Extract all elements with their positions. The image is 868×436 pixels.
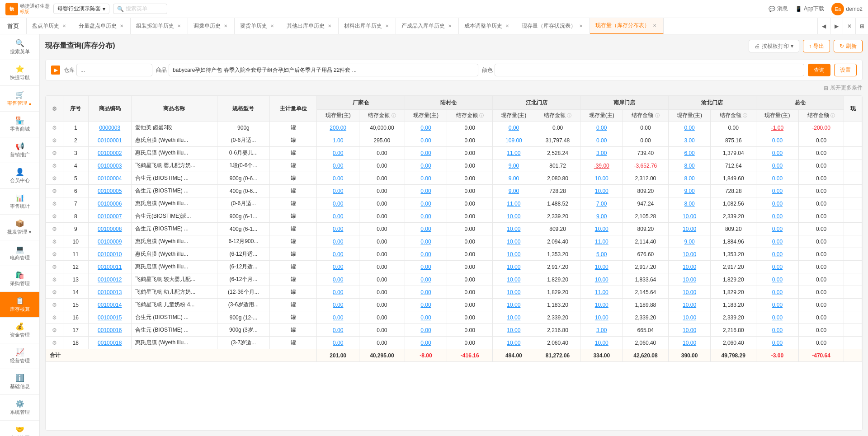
row-na-qty[interactable]: 10.00 [580, 299, 623, 311]
row-l-qty[interactable]: 0.00 [405, 235, 447, 248]
row-total-qty[interactable]: 0.00 [756, 210, 799, 223]
row-na-qty[interactable]: 10.00 [580, 311, 623, 324]
sidebar-item-retail-stats[interactable]: 📊 零售统计 [0, 189, 39, 215]
row-jb-qty[interactable]: 10.00 [493, 311, 535, 324]
row-l-qty[interactable]: 0.00 [405, 147, 447, 159]
message-btn[interactable]: 💬 消息 [769, 5, 788, 13]
row-code[interactable]: 00100012 [88, 273, 131, 286]
row-na-qty[interactable]: 7.00 [580, 197, 623, 210]
tab-split-check[interactable]: 分量盘点单历史 ✕ [73, 18, 131, 34]
row-jb-qty[interactable]: 10.00 [493, 286, 535, 299]
row-yb-qty[interactable]: 0.00 [668, 122, 711, 134]
row-code[interactable]: 00100009 [88, 235, 131, 248]
row-l-qty[interactable]: 0.00 [405, 311, 447, 324]
row-yb-qty[interactable]: 8.00 [668, 197, 711, 210]
row-gear[interactable]: ⚙ [46, 324, 63, 337]
info-icon-6[interactable]: ⓘ [830, 113, 835, 118]
row-jb-qty[interactable]: 10.00 [493, 299, 535, 311]
row-total-qty[interactable]: 0.00 [756, 185, 799, 197]
sidebar-item-purchase[interactable]: 🛍️ 采购管理 [0, 266, 39, 292]
row-l-qty[interactable]: 0.00 [405, 159, 447, 172]
row-total-qty[interactable]: 0.00 [756, 337, 799, 349]
row-l-qty[interactable]: 0.00 [405, 197, 447, 210]
row-total-qty[interactable]: 0.00 [756, 147, 799, 159]
row-total-qty[interactable]: 0.00 [756, 261, 799, 273]
row-jb-qty[interactable]: 10.00 [493, 235, 535, 248]
row-code[interactable]: 00100015 [88, 311, 131, 324]
tab-next-btn[interactable]: ▶ [830, 18, 843, 34]
expand-btn[interactable]: ⊞ 展开更多条件 [824, 84, 863, 92]
row-l-qty[interactable]: 0.00 [405, 248, 447, 261]
sidebar-item-marketing[interactable]: 📢 营销推广 [0, 137, 39, 163]
info-icon-5[interactable]: ⓘ [743, 113, 747, 118]
row-yb-qty[interactable]: 10.00 [668, 324, 711, 337]
tab-assemble-split[interactable]: 组装拆卸单历史 ✕ [131, 18, 188, 34]
tab-expand-btn[interactable]: ⊞ [855, 18, 868, 34]
search-collapse-btn[interactable]: ▶ [51, 66, 60, 75]
row-gear[interactable]: ⚙ [46, 311, 63, 324]
row-yb-qty[interactable]: 6.00 [668, 147, 711, 159]
store-selector[interactable]: 母婴行业演示陈套 ▾ [53, 4, 109, 14]
row-total-qty[interactable]: 0.00 [756, 273, 799, 286]
row-code[interactable]: 00100013 [88, 286, 131, 299]
row-code[interactable]: 00100003 [88, 159, 131, 172]
row-jb-qty[interactable]: 9.00 [493, 185, 535, 197]
row-gear[interactable]: ⚙ [46, 235, 63, 248]
row-yb-qty[interactable]: 10.00 [668, 248, 711, 261]
row-yb-qty[interactable]: 9.00 [668, 235, 711, 248]
sidebar-item-wholesale[interactable]: 📦 批发管理 ▼ [0, 215, 39, 240]
row-yb-qty[interactable]: 10.00 [668, 311, 711, 324]
row-code[interactable]: 00100004 [88, 172, 131, 185]
row-na-qty[interactable]: 3.00 [580, 324, 623, 337]
row-gear[interactable]: ⚙ [46, 223, 63, 235]
info-icon-3[interactable]: ⓘ [567, 113, 571, 118]
row-yb-qty[interactable]: 3.00 [668, 134, 711, 147]
row-yb-qty[interactable]: 10.00 [668, 286, 711, 299]
row-na-qty[interactable]: 11.00 [580, 235, 623, 248]
row-f-qty[interactable]: 0.00 [317, 261, 359, 273]
row-code[interactable]: 00100014 [88, 299, 131, 311]
row-l-qty[interactable]: 0.00 [405, 172, 447, 185]
sidebar-item-member[interactable]: 👤 会员中心 [0, 163, 39, 189]
row-na-qty[interactable]: -39.00 [580, 159, 623, 172]
row-na-qty[interactable]: 0.00 [580, 122, 623, 134]
gear-icon[interactable]: ⚙ [52, 106, 57, 112]
row-code[interactable]: 00100008 [88, 223, 131, 235]
row-na-qty[interactable]: 10.00 [580, 261, 623, 273]
search-bar-top[interactable]: 🔍 搜索英单 [113, 4, 167, 14]
color-input[interactable] [495, 64, 804, 76]
row-total-qty[interactable]: 0.00 [756, 311, 799, 324]
tab-close-request[interactable]: ✕ [269, 23, 275, 29]
row-code[interactable]: 00100007 [88, 210, 131, 223]
row-f-qty[interactable]: 0.00 [317, 273, 359, 286]
sidebar-item-inventory[interactable]: 📋 库存核算 [0, 292, 39, 318]
row-jb-qty[interactable]: 10.00 [493, 273, 535, 286]
row-l-qty[interactable]: 0.00 [405, 286, 447, 299]
row-l-qty[interactable]: 0.00 [405, 324, 447, 337]
row-l-qty[interactable]: 0.00 [405, 122, 447, 134]
tab-stock-dist[interactable]: 现存量（库存分布表） ✕ [590, 18, 664, 34]
row-f-qty[interactable]: 0.00 [317, 324, 359, 337]
tab-alloc-history[interactable]: 调拨单历史 ✕ [188, 18, 235, 34]
goods-input[interactable] [169, 64, 478, 76]
sidebar-item-basic-info[interactable]: ℹ️ 基础信息 [0, 369, 39, 395]
tab-inventory-check[interactable]: 盘点单历史 ✕ [27, 18, 73, 34]
print-btn[interactable]: 🖨 按模板打印 ▾ [749, 40, 799, 52]
settings-btn[interactable]: 设置 [834, 64, 857, 76]
row-code[interactable]: 00100018 [88, 337, 131, 349]
row-na-qty[interactable]: 3.00 [580, 147, 623, 159]
row-l-qty[interactable]: 0.00 [405, 223, 447, 235]
row-jb-qty[interactable]: 11.00 [493, 197, 535, 210]
row-gear[interactable]: ⚙ [46, 261, 63, 273]
row-code[interactable]: 00100005 [88, 185, 131, 197]
row-jb-qty[interactable]: 10.00 [493, 210, 535, 223]
row-yb-qty[interactable]: 10.00 [668, 337, 711, 349]
sidebar-item-retail-mgmt[interactable]: 🛒 零售管理 ▲ [0, 86, 39, 112]
tab-close-stock-dist[interactable]: ✕ [651, 23, 658, 29]
tab-request-history[interactable]: 要货单历史 ✕ [235, 18, 281, 34]
row-code[interactable]: 00100011 [88, 261, 131, 273]
tab-close-split-check[interactable]: ✕ [118, 23, 125, 29]
tab-stock-status[interactable]: 现存量（库存状况表） ✕ [516, 18, 590, 34]
row-yb-qty[interactable]: 8.00 [668, 159, 711, 172]
refresh-btn[interactable]: ↻ 刷新 [834, 40, 863, 52]
